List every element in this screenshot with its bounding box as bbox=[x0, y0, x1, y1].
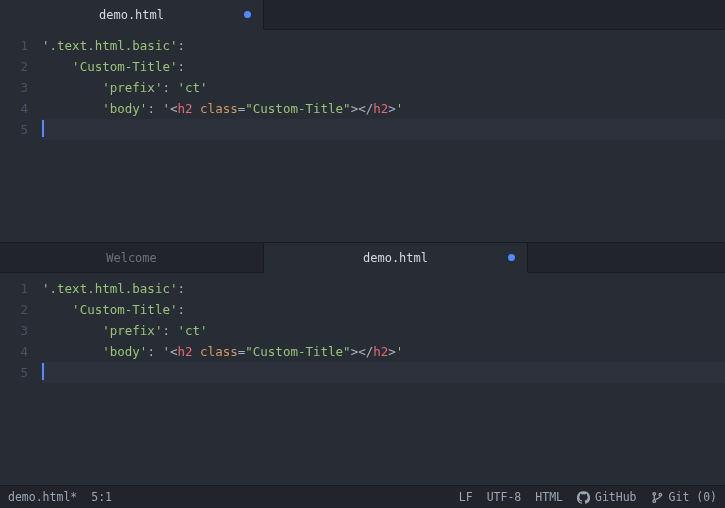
editor-area-top[interactable]: 12345 '.text.html.basic': 'Custom-Title'… bbox=[0, 30, 725, 242]
code-line[interactable]: 'Custom-Title': bbox=[42, 56, 725, 77]
code-content[interactable]: '.text.html.basic': 'Custom-Title': 'pre… bbox=[42, 30, 725, 242]
editor-area-bottom[interactable]: 12345 '.text.html.basic': 'Custom-Title'… bbox=[0, 273, 725, 485]
code-line[interactable]: 'prefix': 'ct' bbox=[42, 320, 725, 341]
code-line[interactable]: 'body': '<h2 class="Custom-Title"></h2>' bbox=[42, 341, 725, 362]
svg-point-1 bbox=[652, 499, 655, 502]
status-git[interactable]: Git (0) bbox=[651, 490, 717, 504]
github-icon bbox=[577, 491, 590, 504]
status-filetype[interactable]: HTML bbox=[535, 490, 563, 504]
tab-demo-html-bottom[interactable]: demo.html bbox=[264, 243, 528, 273]
tab-label: demo.html bbox=[99, 8, 164, 22]
tab-bar-spacer bbox=[528, 243, 725, 273]
git-branch-icon bbox=[651, 491, 664, 504]
editor-panes: demo.html 12345 '.text.html.basic': 'Cus… bbox=[0, 0, 725, 485]
status-git-label: Git (0) bbox=[669, 490, 717, 504]
status-line-ending[interactable]: LF bbox=[459, 490, 473, 504]
status-encoding[interactable]: UTF-8 bbox=[487, 490, 522, 504]
code-line[interactable] bbox=[42, 119, 725, 140]
tab-label: demo.html bbox=[363, 251, 428, 265]
code-line[interactable] bbox=[42, 362, 725, 383]
text-cursor bbox=[42, 120, 44, 137]
code-line[interactable]: '.text.html.basic': bbox=[42, 278, 725, 299]
line-number-gutter: 12345 bbox=[0, 273, 42, 485]
modified-indicator-icon bbox=[508, 254, 515, 261]
status-github[interactable]: GitHub bbox=[577, 490, 637, 504]
tab-bar-bottom: Welcome demo.html bbox=[0, 243, 725, 273]
tab-welcome[interactable]: Welcome bbox=[0, 243, 264, 273]
code-line[interactable]: 'body': '<h2 class="Custom-Title"></h2>' bbox=[42, 98, 725, 119]
status-github-label: GitHub bbox=[595, 490, 637, 504]
code-line[interactable]: '.text.html.basic': bbox=[42, 35, 725, 56]
svg-point-2 bbox=[659, 493, 662, 496]
text-cursor bbox=[42, 363, 44, 380]
line-number-gutter: 12345 bbox=[0, 30, 42, 242]
code-line[interactable]: 'Custom-Title': bbox=[42, 299, 725, 320]
tab-demo-html-top[interactable]: demo.html bbox=[0, 0, 264, 30]
editor-window: demo.html 12345 '.text.html.basic': 'Cus… bbox=[0, 0, 725, 508]
tab-bar-top: demo.html bbox=[0, 0, 725, 30]
editor-pane-bottom: Welcome demo.html 12345 '.text.html.basi… bbox=[0, 243, 725, 485]
code-line[interactable]: 'prefix': 'ct' bbox=[42, 77, 725, 98]
editor-pane-top: demo.html 12345 '.text.html.basic': 'Cus… bbox=[0, 0, 725, 243]
modified-indicator-icon bbox=[244, 11, 251, 18]
code-content[interactable]: '.text.html.basic': 'Custom-Title': 'pre… bbox=[42, 273, 725, 485]
status-filename[interactable]: demo.html* bbox=[8, 490, 77, 504]
tab-bar-spacer bbox=[264, 0, 725, 30]
tab-label: Welcome bbox=[106, 251, 157, 265]
status-bar: demo.html* 5:1 LF UTF-8 HTML GitHub Git … bbox=[0, 485, 725, 508]
status-cursor-position[interactable]: 5:1 bbox=[91, 490, 112, 504]
svg-point-0 bbox=[652, 492, 655, 495]
